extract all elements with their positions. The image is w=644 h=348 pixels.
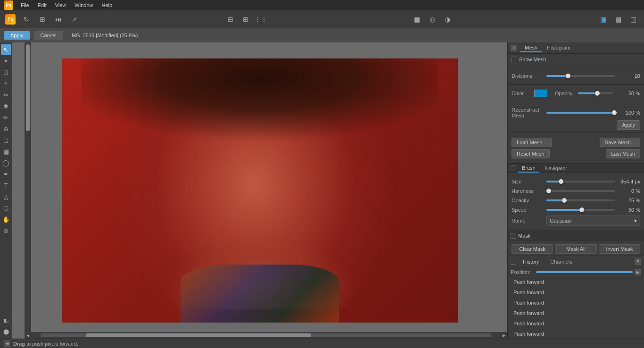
mask-buttons: Clear Mask Mask All Invert Mask [508, 240, 644, 256]
monitor-2-icon[interactable]: ▤ [612, 13, 625, 26]
cancel-button[interactable]: Cancel [34, 31, 63, 40]
brush-section-checkbox[interactable] [511, 166, 516, 171]
fg-bg-colors[interactable]: ◧ [1, 315, 11, 325]
size-slider[interactable] [546, 178, 615, 185]
color-icon[interactable]: ◑ [441, 13, 454, 26]
menu-view[interactable]: View [51, 1, 70, 9]
tool-shape[interactable]: △ [1, 191, 11, 202]
menu-edit[interactable]: Edit [34, 1, 50, 9]
monitor-3-icon[interactable]: ▥ [627, 13, 640, 26]
tool-pen[interactable]: ✒ [1, 169, 11, 179]
position-track[interactable] [536, 271, 633, 273]
tool-dodge[interactable]: ◯ [1, 157, 11, 168]
canvas-area[interactable]: ◀ ▶ [12, 42, 507, 339]
tool-heal[interactable]: ✱ [1, 101, 11, 111]
menu-file[interactable]: File [17, 1, 33, 9]
last-mesh-button[interactable]: Last Mesh [606, 149, 640, 158]
app-logo: Ps [4, 0, 13, 10]
menu-window[interactable]: Window [71, 1, 97, 9]
color-swatch[interactable] [534, 90, 547, 97]
vertical-scroll-thumb[interactable] [26, 44, 30, 131]
vertical-scrollbar[interactable] [25, 42, 31, 332]
show-mesh-label: Show Mesh [519, 57, 546, 62]
position-end-button[interactable]: ▶ [635, 269, 641, 275]
tool-zoom[interactable]: ⊕ [1, 225, 11, 236]
tool-hand[interactable]: ✋ [1, 214, 11, 224]
eye-icon[interactable]: ◎ [426, 13, 439, 26]
grid-icon[interactable]: ⊞ [36, 13, 49, 26]
share-icon[interactable]: ↗ [68, 13, 81, 26]
brush-opacity-slider[interactable] [546, 197, 615, 204]
load-mesh-button[interactable]: Load Mesh... [512, 138, 552, 147]
status-arrow-button[interactable]: ◀ [4, 340, 10, 347]
tool-eraser[interactable]: ◻ [1, 135, 11, 145]
hardness-slider[interactable] [546, 187, 615, 195]
grid-view-3-icon[interactable]: ⋮⋮ [254, 13, 267, 26]
grid-view-1-icon[interactable]: ⊟ [224, 13, 237, 26]
horizontal-scrollbar[interactable]: ◀ ▶ [25, 332, 507, 339]
tool-slice[interactable]: ✂ [1, 90, 11, 100]
show-mesh-checkbox[interactable] [512, 57, 517, 62]
scrollbar-thumb[interactable] [86, 333, 311, 337]
right-panel: × Mesh Histogram Show Mesh Divisions [507, 42, 644, 339]
tab-channels[interactable]: Channels [545, 258, 577, 265]
tab-navigator[interactable]: Navigator [541, 165, 571, 172]
speed-value: 50 % [617, 207, 640, 213]
history-item-5[interactable]: Push forward [508, 318, 644, 329]
history-item-2[interactable]: Push forward [508, 287, 644, 298]
reconstruct-apply-button[interactable]: Apply [617, 120, 640, 130]
clear-mask-button[interactable]: Clear Mask [512, 244, 553, 254]
mask-all-button[interactable]: Mask All [555, 244, 596, 254]
tab-histogram[interactable]: Histogram [542, 44, 575, 52]
quick-mask[interactable]: ⬤ [1, 326, 11, 337]
reconstruct-label: Reconstruct Mesh [512, 107, 545, 118]
menu-help[interactable]: Help [98, 1, 116, 9]
monitor-1-icon[interactable]: ▣ [597, 13, 610, 26]
tool-3d[interactable]: ⬡ [1, 203, 11, 213]
refresh-icon[interactable]: ↻ [20, 13, 33, 26]
invert-mask-button[interactable]: Invert Mask [599, 244, 640, 254]
menu-bar: Ps File Edit View Window Help [0, 0, 644, 10]
main-toolbar: Ps ↻ ⊞ ⏭ ↗ ⊟ ⊞ ⋮⋮ ▦ ◎ ◑ ▣ ▤ ▥ [0, 10, 644, 28]
tools-panel: ↖ ✦ ⊡ ⌖ ✂ ✱ ✏ ⊕ ◻ ▦ ◯ ✒ T △ ⬡ ✋ ⊕ ◧ ⬤ [0, 42, 12, 339]
panel-close-button[interactable]: × [511, 45, 517, 51]
show-mesh-section: Show Mesh [508, 54, 644, 67]
tool-clone[interactable]: ⊕ [1, 124, 11, 134]
tool-crop[interactable]: ⊡ [1, 67, 11, 77]
tool-gradient[interactable]: ▦ [1, 146, 11, 157]
history-item-3[interactable]: Push forward [508, 298, 644, 308]
histogram-icon[interactable]: ▦ [411, 13, 424, 26]
next-icon[interactable]: ⏭ [52, 13, 65, 26]
history-item-6[interactable]: Push forward [508, 329, 644, 339]
history-section: History Channels ≡ Position: ▶ Push forw… [508, 256, 644, 339]
save-mesh-button[interactable]: Save Mesh... [600, 138, 640, 147]
tab-brush[interactable]: Brush [518, 164, 539, 173]
scroll-right-arrow[interactable]: ▶ [501, 332, 507, 339]
speed-slider[interactable] [546, 206, 615, 214]
status-drag-text: Drag to push pixels forward. [13, 341, 78, 347]
tool-brush[interactable]: ✏ [1, 112, 11, 123]
apply-button[interactable]: Apply [4, 31, 30, 40]
opacity-slider[interactable] [578, 90, 613, 97]
history-item-1[interactable]: Push forward [508, 277, 644, 287]
history-options-button[interactable]: ≡ [635, 258, 641, 265]
grid-view-2-icon[interactable]: ⊞ [239, 13, 252, 26]
file-info: _MG_3515 [Modified] (25.8%) [69, 33, 138, 38]
tool-text[interactable]: T [1, 180, 11, 191]
history-item-4[interactable]: Push forward [508, 308, 644, 318]
mask-checkbox[interactable] [511, 233, 516, 239]
scroll-left-arrow[interactable]: ◀ [25, 332, 31, 339]
tab-history[interactable]: History [518, 258, 544, 265]
reset-mesh-button[interactable]: Reset Mesh [512, 149, 550, 158]
ramp-dropdown[interactable]: Gaussian ▾ [546, 215, 640, 226]
history-section-checkbox[interactable] [511, 259, 516, 265]
tool-lasso[interactable]: ⌖ [1, 78, 11, 89]
reconstruct-slider[interactable] [546, 109, 615, 116]
tool-eyedropper[interactable]: ✦ [1, 56, 11, 66]
divisions-slider[interactable] [546, 72, 615, 80]
reconstruct-section: Reconstruct Mesh 100 % Apply [508, 102, 644, 133]
scrollbar-track[interactable] [41, 333, 491, 337]
panel-header: × Mesh Histogram [508, 42, 644, 54]
tool-pointer[interactable]: ↖ [1, 44, 11, 55]
tab-mesh[interactable]: Mesh [520, 44, 542, 52]
